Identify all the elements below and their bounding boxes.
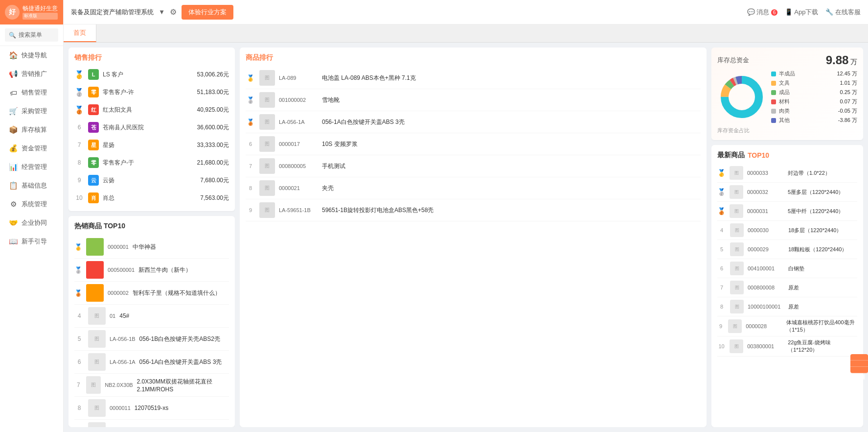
rank-item-5: 7 星 星扬 33,333.00元 xyxy=(74,138,229,152)
try-solution-button[interactable]: 体验行业方案 xyxy=(182,5,233,20)
new-product-10: 10 图 003800001 22g鱼豆腐-烧烤味（1*12*20） xyxy=(717,336,857,357)
sold-img-4: 图 xyxy=(259,136,275,152)
hot-img-6: 图 xyxy=(88,353,106,371)
operations-icon: 📊 xyxy=(9,163,18,171)
hot-product-5: 5 图 LA-056-1B 056-1B白色按键开关壳ABS2壳 xyxy=(74,328,229,351)
new-img-6: 图 xyxy=(730,262,744,275)
logo-area: 好 畅捷通好生意 标准版 xyxy=(0,0,63,24)
topbar-right: 💬 消息 6 📱 App下载 🔧 在线客服 xyxy=(747,8,861,17)
sold-product-2: 🥈 图 001000002 雪地靴 xyxy=(246,89,701,111)
legend-cailiao: 材料 0.07 万 xyxy=(771,98,857,105)
new-product-7: 7 图 000800008 原差 xyxy=(717,278,857,297)
badge-5: 星 xyxy=(88,140,99,150)
hot-medal-1: 🥇 xyxy=(74,243,82,251)
hot-img-1 xyxy=(86,238,104,256)
system-icon: ⚙ xyxy=(9,200,18,209)
hot-img-9: 图 xyxy=(88,422,106,427)
customer-ranking-card: 销售排行 🥇 L LS 客户 53,006.26元 🥈 零 零售客户-许 51,… xyxy=(69,48,235,211)
new-img-4: 图 xyxy=(730,223,744,237)
new-img-8: 图 xyxy=(730,300,744,313)
hot-product-7: 7 图 NB2.0X30B 2.0X30MM双搓花轴搓花直径2.1MM/ROHS xyxy=(74,374,229,397)
legend-qita: 其他 -3.86 万 xyxy=(771,117,857,124)
hot-products-card: 热销商品 TOP10 🥇 0000001 中华神器 🥈 000500001 新西… xyxy=(69,216,235,427)
new-img-1: 图 xyxy=(730,166,743,180)
inventory-icon: 📦 xyxy=(9,125,18,134)
app-download-link[interactable]: 📱 App下载 xyxy=(785,8,818,17)
rank-item-3: 🥉 红 红太阳文具 40,925.00元 xyxy=(74,102,229,117)
center-panel: 商品排行 🥇 图 LA-089 电池盖 LA-089 ABS本色+黑种 7.1克… xyxy=(240,48,707,427)
new-product-1: 🥇 图 0000033 封边带（1.0*22） xyxy=(717,164,857,183)
messages-area[interactable]: 💬 消息 6 xyxy=(747,8,778,17)
sidebar-item-sales[interactable]: 🏷 销售管理 xyxy=(0,83,63,102)
badge-4: 苍 xyxy=(88,122,99,133)
logo-text: 畅捷通好生意 标准版 xyxy=(23,5,58,19)
medal-1: 🥇 xyxy=(74,70,84,79)
main-area: 装备及固定资产辅助管理系统 ▼ ⚙ 体验行业方案 💬 消息 6 📱 App下载 … xyxy=(64,0,868,432)
new-product-4: 4 图 0000030 18多层（1220*2440） xyxy=(717,221,857,240)
rank-item-8: 10 肖 肖总 7,563.00元 xyxy=(74,191,229,205)
hot-medal-2: 🥈 xyxy=(74,266,82,274)
search-menu-button[interactable]: 🔍 搜索菜单 xyxy=(5,28,58,42)
sidebar-item-quick-nav[interactable]: 🏠 快捷导航 xyxy=(0,46,63,65)
left-panel: 销售排行 🥇 L LS 客户 53,006.26元 🥈 零 零售客户-许 51,… xyxy=(69,48,235,427)
chart-area: 半成品 12.45 万 文具 1.01 万 成品 0.25 万 xyxy=(717,70,857,124)
sidebar-item-enterprise[interactable]: 🤝 企业协同 xyxy=(0,214,63,232)
hot-img-4: 图 xyxy=(88,307,106,325)
hot-product-8: 8 图 0000011 12070519-xs xyxy=(74,397,229,420)
sidebar-item-operations[interactable]: 📊 经营管理 xyxy=(0,158,63,176)
hot-img-7: 图 xyxy=(86,376,101,394)
customer-rank-list: 🥇 L LS 客户 53,006.26元 🥈 零 零售客户-许 51,183.0… xyxy=(74,67,229,205)
hot-medal-3: 🥉 xyxy=(74,289,82,297)
float-btn-hotline[interactable]: 客服热线 xyxy=(850,354,868,360)
sold-product-7: 9 图 LA-59651-1B 59651-1B旋转投影灯电池盒ABS黑色+58… xyxy=(246,199,701,221)
rank-item-2: 🥈 零 零售客户-许 51,183.00元 xyxy=(74,85,229,99)
topbar: 装备及固定资产辅助管理系统 ▼ ⚙ 体验行业方案 💬 消息 6 📱 App下载 … xyxy=(64,0,868,24)
sidebar: 好 畅捷通好生意 标准版 🔍 搜索菜单 🏠 快捷导航 📢 营销推广 🏷 销售管理… xyxy=(0,0,64,432)
inventory-card: 库存总资金 9.88 万 xyxy=(711,48,863,140)
sold-products-title: 商品排行 xyxy=(246,53,701,62)
legend-banchenpin: 半成品 12.45 万 xyxy=(771,70,857,77)
hot-product-4: 4 图 01 45# xyxy=(74,305,229,328)
sidebar-item-purchase[interactable]: 🛒 采购管理 xyxy=(0,102,63,120)
hot-product-2: 🥈 000500001 新西兰牛肉（新牛） xyxy=(74,259,229,282)
sold-medal-1: 🥇 xyxy=(246,74,255,82)
rank-item-7: 9 云 云扬 7,680.00元 xyxy=(74,173,229,188)
online-service-link[interactable]: 🔧 在线客服 xyxy=(825,8,861,17)
settings-button[interactable]: ⚙ xyxy=(170,7,177,17)
badge-2: 零 xyxy=(88,87,99,97)
sold-img-3: 图 xyxy=(259,114,275,130)
sold-product-5: 7 图 000800005 手机测试 xyxy=(246,155,701,177)
finance-icon: 💰 xyxy=(9,144,18,153)
float-btn-live[interactable]: 直播 xyxy=(850,367,868,373)
new-img-5: 图 xyxy=(730,242,744,256)
logo-icon: 好 xyxy=(5,5,20,20)
sidebar-item-marketing[interactable]: 📢 营销推广 xyxy=(0,65,63,83)
search-icon: 🔍 xyxy=(9,32,16,39)
system-title: 装备及固定资产辅助管理系统 xyxy=(71,8,154,17)
hot-product-6: 6 图 LA-056-1A 056-1A白色按键开关盖ABS 3壳 xyxy=(74,351,229,374)
sold-img-1: 图 xyxy=(259,70,275,86)
basicinfo-icon: 📋 xyxy=(9,181,18,190)
legend-roulei: 肉类 -0.05 万 xyxy=(771,107,857,115)
hot-products-title: 热销商品 TOP10 xyxy=(74,222,229,231)
new-product-9: 9 图 0000028 体城嘉核桃苏打饮品400毫升（1*15） xyxy=(717,316,857,336)
hot-product-3: 🥉 0000002 智利车子里（规格不知道填什么） xyxy=(74,282,229,305)
title-dropdown-button[interactable]: ▼ xyxy=(159,8,165,16)
new-product-8: 8 图 10000100001 原差 xyxy=(717,297,857,316)
sold-product-3: 🥉 图 LA-056-1A 056-1A白色按键开关盖ABS 3壳 xyxy=(246,111,701,133)
sidebar-item-guide[interactable]: 📖 新手引导 xyxy=(0,232,63,251)
legend-chenpin: 成品 0.25 万 xyxy=(771,89,857,96)
sold-img-6: 图 xyxy=(259,180,275,196)
inventory-header: 库存总资金 9.88 万 xyxy=(717,53,857,67)
sidebar-item-inventory[interactable]: 📦 库存核算 xyxy=(0,120,63,139)
badge-8: 肖 xyxy=(88,192,99,203)
float-btn-community[interactable]: 服务社区 xyxy=(850,360,868,367)
sidebar-item-finance[interactable]: 💰 资金管理 xyxy=(0,139,63,158)
badge-6: 零 xyxy=(88,157,99,168)
new-product-6: 6 图 004100001 白钢垫 xyxy=(717,259,857,278)
tab-home[interactable]: 首页 xyxy=(64,24,96,42)
sidebar-item-system[interactable]: ⚙ 系统管理 xyxy=(0,195,63,214)
newest-title-row: 最新商品 TOP10 xyxy=(717,151,857,160)
sidebar-item-basic-info[interactable]: 📋 基础信息 xyxy=(0,176,63,195)
content-tabs: 首页 xyxy=(64,24,868,43)
